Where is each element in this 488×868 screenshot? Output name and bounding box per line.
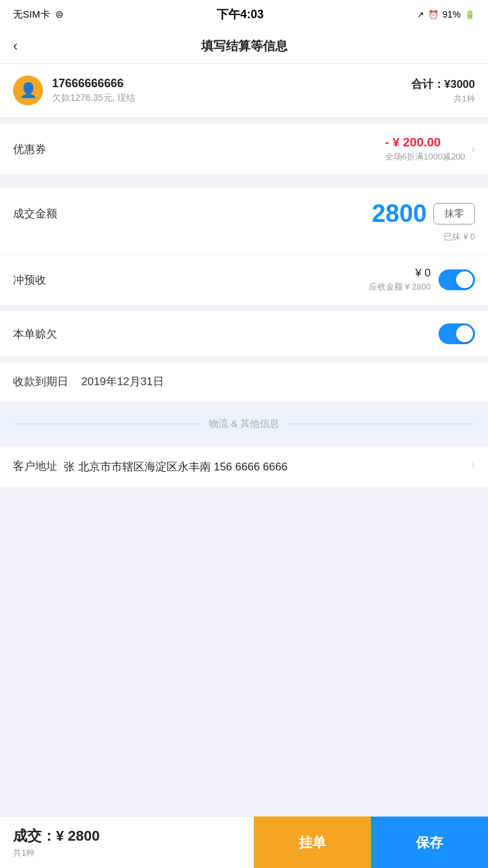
- customer-details: 17666666666 欠款1276.35元, 现结: [52, 77, 135, 104]
- coupon-label: 优惠券: [13, 142, 46, 157]
- time-display: 下午4:03: [217, 7, 264, 22]
- amount-label: 成交金额: [13, 206, 57, 221]
- amount-row: 成交金额 2800 抹零: [13, 200, 475, 228]
- due-date-label: 收款到期日: [13, 374, 68, 389]
- status-right: ↗ ⏰ 91% 🔋: [417, 9, 475, 20]
- amount-right: 2800 抹零: [372, 200, 475, 228]
- amount-sub-row: 已抹 ¥ 0: [13, 230, 475, 243]
- coupon-description: 全场6折满1000减200: [385, 151, 465, 163]
- address-value: 张 北京市市辖区海淀区永丰南 156 6666 6666: [64, 459, 465, 476]
- bottom-count: 共1种: [13, 847, 241, 859]
- battery-text: 91%: [442, 9, 461, 20]
- deferred-row: 本单赊欠: [0, 311, 488, 356]
- prepay-right: ¥ 0 应收金额 ¥ 2800: [369, 267, 475, 293]
- amount-erased: 已抹 ¥ 0: [444, 232, 475, 241]
- coupon-row[interactable]: 优惠券 - ¥ 200.00 全场6折满1000减200 ›: [0, 124, 488, 175]
- coupon-info: - ¥ 200.00 全场6折满1000减200: [385, 135, 465, 163]
- nav-bar: ‹ 填写结算等信息: [0, 29, 488, 64]
- customer-total: 合计：¥3000 共1种: [411, 77, 475, 105]
- prepay-value: ¥ 0: [369, 267, 431, 280]
- address-chevron-icon: ›: [472, 459, 475, 470]
- header-line-left: [13, 424, 202, 424]
- page-title: 填写结算等信息: [201, 38, 288, 55]
- bottom-amount-display: 成交：¥ 2800: [13, 826, 241, 846]
- prepay-toggle[interactable]: [439, 269, 475, 290]
- coupon-right: - ¥ 200.00 全场6折满1000减200 ›: [385, 135, 475, 163]
- customer-info-left: 👤 17666666666 欠款1276.35元, 现结: [13, 75, 135, 105]
- total-count: 共1种: [411, 93, 475, 105]
- customer-subtitle: 欠款1276.35元, 现结: [52, 92, 135, 104]
- address-label: 客户地址: [13, 459, 57, 474]
- customer-phone: 17666666666: [52, 77, 135, 90]
- amount-value: 2800: [372, 200, 427, 228]
- amount-section: 成交金额 2800 抹零 已抹 ¥ 0: [0, 188, 488, 254]
- header-line-right: [286, 424, 475, 424]
- prepay-values: ¥ 0 应收金额 ¥ 2800: [369, 267, 431, 293]
- bottom-amount-value: ¥ 2800: [56, 828, 100, 844]
- hang-button[interactable]: 挂单: [254, 817, 371, 869]
- location-icon: ↗: [417, 10, 424, 20]
- round-button[interactable]: 抹零: [433, 203, 475, 224]
- customer-card: 👤 17666666666 欠款1276.35元, 现结 合计：¥3000 共1…: [0, 64, 488, 117]
- deferred-toggle[interactable]: [439, 323, 475, 344]
- battery-icon: 🔋: [465, 10, 475, 20]
- avatar-icon: 👤: [20, 82, 37, 99]
- back-button[interactable]: ‹: [13, 38, 18, 55]
- carrier-text: 无SIM卡: [13, 8, 50, 21]
- prepay-row: 冲预收 ¥ 0 应收金额 ¥ 2800: [0, 254, 488, 305]
- bottom-spacer: [0, 487, 488, 546]
- prepay-sub: 应收金额 ¥ 2800: [369, 281, 431, 293]
- due-date-row: 收款到期日 2019年12月31日: [0, 362, 488, 401]
- save-button[interactable]: 保存: [371, 817, 488, 869]
- divider-2: [0, 305, 488, 311]
- bottom-amount-label: 成交：: [13, 828, 56, 844]
- status-bar: 无SIM卡 ⊜ 下午4:03 ↗ ⏰ 91% 🔋: [0, 0, 488, 29]
- divider-1: [0, 175, 488, 182]
- coupon-value: - ¥ 200.00: [385, 135, 465, 150]
- total-amount: 合计：¥3000: [411, 77, 475, 92]
- logistics-section-header: 物流 & 其他信息: [0, 407, 488, 441]
- address-row[interactable]: 客户地址 张 北京市市辖区海淀区永丰南 156 6666 6666 ›: [0, 447, 488, 487]
- avatar: 👤: [13, 75, 43, 105]
- due-date-value: 2019年12月31日: [81, 374, 164, 389]
- bottom-summary: 成交：¥ 2800 共1种: [0, 826, 254, 859]
- save-button-label: 保存: [416, 834, 443, 852]
- deferred-label: 本单赊欠: [13, 327, 57, 342]
- logistics-label: 物流 & 其他信息: [209, 418, 279, 430]
- alarm-icon: ⏰: [428, 10, 439, 20]
- hang-button-label: 挂单: [299, 834, 326, 852]
- bottom-bar: 成交：¥ 2800 共1种 挂单 保存: [0, 816, 488, 868]
- wifi-icon: ⊜: [55, 8, 64, 20]
- deferred-toggle-knob: [456, 325, 473, 342]
- toggle-knob: [456, 271, 473, 288]
- status-left: 无SIM卡 ⊜: [13, 8, 64, 21]
- coupon-chevron-icon: ›: [472, 143, 475, 155]
- prepay-label: 冲预收: [13, 273, 46, 288]
